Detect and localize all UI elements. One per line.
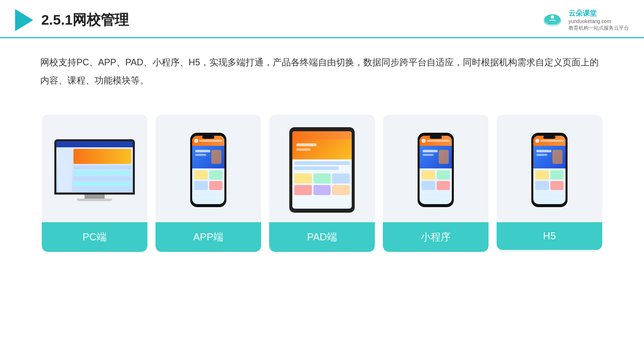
h5-mockup	[531, 133, 568, 207]
logo-name: 云朵课堂	[569, 9, 629, 18]
description-text: 网校支持PC、APP、PAD、小程序、H5，实现多端打通，产品各终端自由切换，数…	[40, 53, 604, 89]
logo-svg	[540, 11, 565, 30]
app-image	[160, 125, 256, 215]
h5-image	[502, 125, 597, 215]
phone-screen-mini	[420, 136, 452, 204]
card-label-pad: PAD端	[269, 222, 375, 252]
phone-outer-app	[190, 133, 226, 207]
card-label-miniprogram: 小程序	[383, 222, 489, 252]
phone-outer-h5	[531, 133, 568, 207]
cards-container: PC端	[0, 100, 644, 262]
description: 网校支持PC、APP、PAD、小程序、H5，实现多端打通，产品各终端自由切换，数…	[0, 38, 644, 95]
page-title: 2.5.1网校管理	[41, 11, 129, 30]
card-miniprogram: 小程序	[383, 115, 489, 252]
card-label-h5: H5	[497, 222, 602, 250]
card-label-pc: PC端	[42, 222, 147, 252]
phone-screen-app	[192, 136, 224, 204]
pc-mockup	[54, 139, 135, 201]
card-pc: PC端	[42, 115, 147, 252]
tablet-outer	[289, 127, 355, 213]
pc-screen-outer	[54, 139, 135, 195]
card-app: APP端	[155, 115, 261, 252]
miniprogram-mockup	[418, 133, 454, 207]
pad-image	[274, 125, 370, 215]
pc-image	[47, 125, 142, 215]
card-h5: H5	[497, 115, 602, 252]
card-pad: PAD端	[269, 115, 375, 252]
logo-area: 云朵课堂 yunduoketang.com 教育机构一站式服务云平台	[540, 9, 629, 31]
phone-outer-mini	[418, 133, 454, 207]
pc-screen-content	[56, 141, 133, 193]
tablet-screen	[292, 131, 352, 209]
logo-slogan: 教育机构一站式服务云平台	[569, 25, 629, 31]
header-left: 2.5.1网校管理	[15, 9, 129, 31]
logo-text: 云朵课堂 yunduoketang.com 教育机构一站式服务云平台	[569, 9, 629, 31]
miniprogram-image	[388, 125, 484, 215]
svg-point-4	[551, 16, 554, 19]
card-label-app: APP端	[155, 222, 261, 252]
phone-screen-h5	[533, 136, 566, 204]
play-icon	[15, 9, 33, 31]
header: 2.5.1网校管理 云朵课堂 yunduoketang.com 教育机构一站式服…	[0, 0, 644, 38]
app-mockup	[190, 133, 226, 207]
logo-domain: yunduoketang.com	[569, 18, 629, 25]
tablet-mockup	[289, 127, 355, 213]
